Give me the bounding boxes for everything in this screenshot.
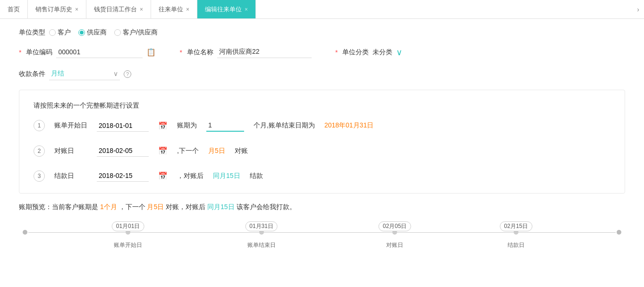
timeline-point-2: 01月31日 账单结束日 — [247, 230, 276, 249]
radio-both-label: 客户/供应商 — [123, 28, 158, 37]
unit-name-item: * 单位名称 — [179, 46, 311, 58]
timeline-left-end — [23, 230, 27, 235]
step-1-period-value[interactable] — [206, 119, 244, 132]
preview-middle1: ，下一个 — [119, 203, 145, 211]
timeline-label-3: 对账日 — [386, 241, 403, 249]
payment-value: 月结 — [51, 69, 110, 78]
timeline-label-4: 结款日 — [508, 241, 525, 249]
timeline-badge-3: 02月05日 — [379, 221, 411, 231]
step-2-num: 2 — [34, 145, 45, 157]
unit-category-label: 单位分类 — [342, 48, 369, 57]
radio-both-circle — [114, 29, 121, 36]
step-3-desc-prefix: ，对账后 — [177, 172, 203, 180]
unit-type-item: 单位类型 客户 供应商 客户/供应商 — [19, 28, 158, 37]
preview-middle2: 对账，对账后 — [166, 203, 205, 211]
tab-home[interactable]: 首页 — [0, 0, 28, 18]
tab-edit-partner-label: 编辑往来单位 — [205, 5, 242, 14]
unit-category-item: * 单位分类 未分类 ∨ — [335, 47, 467, 58]
preview-part2: 月5日 — [147, 203, 164, 211]
payment-row: 收款条件 月结 ∨ ? — [19, 68, 625, 80]
tab-edit-partner-close[interactable]: × — [245, 6, 248, 13]
payment-item: 收款条件 月结 ∨ ? — [19, 68, 131, 80]
step-2-label: 对账日 — [54, 147, 87, 155]
step-2-row: 2 对账日 📅 ,下一个 月5日 对账 — [34, 145, 610, 157]
tab-sales-history-label: 销售订单历史 — [35, 5, 72, 14]
step-3-highlight: 同月15日 — [213, 172, 240, 180]
step-1-row: 1 账单开始日 📅 账期为 个月,账单结束日期为 2018年01月31日 — [34, 119, 610, 132]
step-1-period-end: 2018年01月31日 — [324, 121, 373, 130]
radio-customer-circle — [49, 29, 56, 36]
step-2-desc-suffix: 对账 — [235, 147, 248, 155]
unit-category-select[interactable]: 未分类 ∨ — [373, 47, 467, 58]
step-3-desc-suffix: 结款 — [250, 172, 263, 180]
unit-type-row: 单位类型 客户 供应商 客户/供应商 — [19, 28, 625, 37]
payment-label: 收款条件 — [19, 70, 45, 78]
tab-sales-history[interactable]: 销售订单历史 × — [28, 0, 86, 18]
unit-name-label: 单位名称 — [187, 48, 213, 57]
step-3-num: 3 — [34, 170, 45, 182]
radio-customer-label: 客户 — [58, 28, 71, 37]
step-3-row: 3 结款日 📅 ，对账后 同月15日 结款 — [34, 170, 610, 182]
tab-partner-units-close[interactable]: × — [186, 6, 189, 13]
step-1-period-suffix: 个月,账单结束日期为 — [254, 121, 315, 130]
timeline-label-1: 账单开始日 — [114, 241, 142, 249]
tab-cash-work[interactable]: 钱货日清工作台 × — [86, 0, 151, 18]
unit-category-value: 未分类 — [373, 48, 392, 57]
radio-supplier-label: 供应商 — [87, 28, 107, 37]
step-2-highlight: 月5日 — [208, 147, 225, 155]
radio-supplier-circle — [78, 29, 85, 36]
timeline-right-end — [617, 230, 621, 235]
timeline-badge-4: 02月15日 — [500, 221, 533, 231]
section-title: 请按照未来的一个完整帐期进行设置 — [34, 101, 610, 110]
payment-arrow-icon: ∨ — [113, 70, 118, 77]
preview-part1: 1个月 — [100, 203, 117, 211]
tab-cash-work-close[interactable]: × — [140, 6, 143, 13]
payment-help-icon[interactable]: ? — [124, 70, 131, 78]
unit-name-star: * — [179, 49, 182, 56]
unit-name-input[interactable] — [217, 46, 312, 58]
unit-code-label: 单位编码 — [26, 48, 52, 57]
unit-code-item: * 单位编码 📋 — [19, 46, 156, 58]
step-1-period-prefix: 账期为 — [177, 121, 197, 130]
step-2-desc-prefix: ,下一个 — [177, 147, 199, 155]
unit-code-input[interactable] — [56, 46, 143, 58]
tab-more-button[interactable]: › — [632, 0, 644, 18]
timeline-badge-1: 01月01日 — [112, 221, 144, 231]
tab-cash-work-label: 钱货日清工作台 — [94, 5, 137, 14]
radio-group: 客户 供应商 客户/供应商 — [49, 28, 158, 37]
step-2-date[interactable] — [97, 145, 149, 157]
step-2-cal-icon[interactable]: 📅 — [158, 146, 168, 155]
timeline-label-2: 账单结束日 — [247, 241, 276, 249]
tab-sales-history-close[interactable]: × — [75, 6, 78, 13]
preview-part3: 同月15日 — [207, 203, 235, 211]
radio-both[interactable]: 客户/供应商 — [114, 28, 158, 37]
preview-suffix: 该客户会给我打款。 — [237, 203, 296, 211]
step-1-cal-icon[interactable]: 📅 — [158, 121, 168, 130]
tab-partner-units[interactable]: 往来单位 × — [151, 0, 197, 18]
timeline: 01月01日 账单开始日 01月31日 账单结束日 02月05日 对账日 02月… — [19, 223, 625, 261]
tabs-bar: 首页 销售订单历史 × 钱货日清工作台 × 往来单位 × 编辑往来单位 × › — [0, 0, 644, 19]
timeline-point-4: 02月15日 结款日 — [508, 230, 525, 249]
timeline-point-3: 02月05日 对账日 — [386, 230, 403, 249]
unit-details-row: * 单位编码 📋 * 单位名称 * 单位分类 未分类 ∨ — [19, 46, 625, 58]
step-3-cal-icon[interactable]: 📅 — [158, 171, 168, 180]
unit-code-icon[interactable]: 📋 — [146, 48, 156, 57]
step-1-num: 1 — [34, 120, 45, 131]
category-down-icon: ∨ — [396, 47, 402, 58]
step-1-date[interactable] — [97, 120, 149, 132]
payment-dropdown[interactable]: 月结 ∨ — [49, 68, 120, 80]
timeline-badge-2: 01月31日 — [245, 221, 278, 231]
unit-category-star: * — [335, 49, 338, 56]
step-3-date[interactable] — [97, 170, 149, 182]
radio-customer[interactable]: 客户 — [49, 28, 71, 37]
unit-type-label: 单位类型 — [19, 28, 45, 37]
step-3-label: 结款日 — [54, 172, 87, 180]
timeline-point-1: 01月01日 账单开始日 — [114, 230, 142, 249]
step-1-label: 账单开始日 — [54, 121, 87, 130]
radio-supplier[interactable]: 供应商 — [78, 28, 107, 37]
tab-edit-partner[interactable]: 编辑往来单位 × — [197, 0, 256, 18]
period-section: 请按照未来的一个完整帐期进行设置 1 账单开始日 📅 账期为 个月,账单结束日期… — [19, 90, 625, 194]
page-content: 单位类型 客户 供应商 客户/供应商 * 单位编码 — [0, 19, 644, 287]
preview-text: 账期预览：当前客户账期是 1个月 ，下一个 月5日 对账，对账后 同月15日 该… — [19, 203, 625, 211]
unit-code-star: * — [19, 49, 21, 56]
